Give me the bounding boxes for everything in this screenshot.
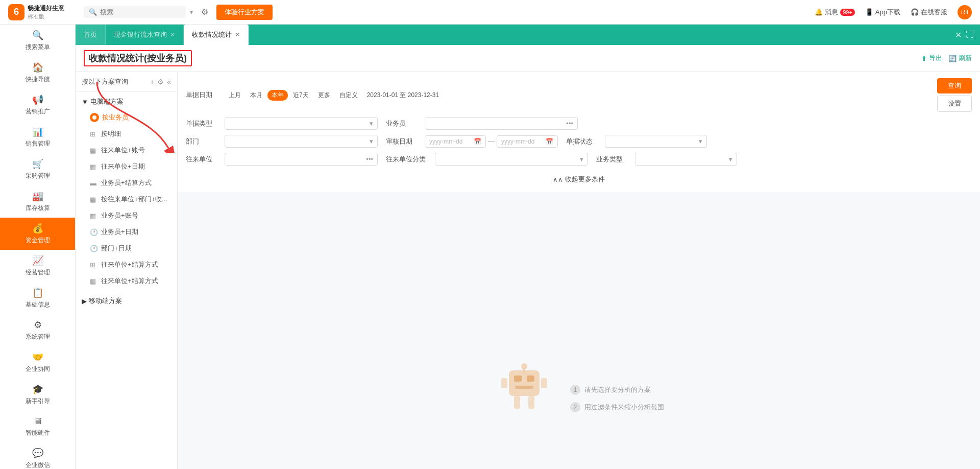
counterpart-category-select[interactable]: ▾ [435,153,588,166]
sidebar-item-basic[interactable]: 📋 基础信息 [0,282,75,314]
tab-collection-stats[interactable]: 收款情况统计 ✕ [184,25,249,45]
sidebar-item-quicknav[interactable]: 🏠 快捷导航 [0,57,75,89]
messages-button[interactable]: 🔔 消息 99+ [815,8,855,17]
sidebar-guide-label: 新手引导 [26,397,50,406]
search-icon: 🔍 [89,8,97,16]
scheme-item-partner-settlement-1[interactable]: ⊞ 往来单位+结算方式 [76,256,177,273]
sidebar-item-wechat[interactable]: 💬 企业微信 [0,442,75,469]
trial-button[interactable]: 体验行业方案 [216,5,273,20]
add-scheme-button[interactable]: + [150,78,154,86]
scheme-detail-label: 按明细 [101,129,121,138]
scheme-item-sales-settlement[interactable]: ▬ 业务员+结算方式 [76,175,177,191]
scheme-item-partner-account[interactable]: ▦ 往来单位+账号 [76,142,177,158]
scheme-item-salesperson[interactable]: 按业务员 [76,109,177,126]
tab-bank-flow[interactable]: 现金银行流水查询 ✕ [106,25,184,45]
date-tab-lastmonth[interactable]: 上月 [225,90,245,101]
biz-type-select[interactable]: ▾ [635,153,737,166]
inventory-icon: 🏭 [32,191,43,202]
svg-rect-2 [514,376,522,382]
content-area: 首页 现金银行流水查询 ✕ 收款情况统计 ✕ ✕ ⛶ 收款情况统计(按业务员) … [76,25,980,469]
date-tab-more[interactable]: 更多 [314,90,334,101]
system-icon: ⚙ [34,319,42,331]
sidebar-item-sales[interactable]: 📊 销售管理 [0,121,75,153]
scheme-item-dept-date[interactable]: 🕐 部门+日期 [76,240,177,256]
tab-home[interactable]: 首页 [76,25,106,45]
set-button[interactable]: 设置 [937,96,972,112]
scheme-item-detail[interactable]: ⊞ 按明细 [76,126,177,142]
sidebar-item-guide[interactable]: 🎓 新手引导 [0,379,75,411]
tab-bank-flow-close[interactable]: ✕ [170,31,175,38]
doc-status-chevron: ▾ [699,137,702,145]
filter-row-4: 往来单位 ••• 往来单位分类 ▾ 业务类型 ▾ [186,153,972,166]
header-search-box[interactable]: 🔍 [84,6,186,18]
date-tab-thismonth[interactable]: 本月 [246,90,266,101]
tab-maximize-icon[interactable]: ⛶ [966,30,974,39]
review-date-end-placeholder: yyyy-mm-dd [501,138,534,145]
scheme-item-partner-dept[interactable]: ▦ 按往来单位+部门+收... [76,191,177,207]
chevron-down-icon[interactable]: ▾ [190,9,193,16]
tab-collection-stats-label: 收款情况统计 [192,30,232,39]
sidebar-item-marketing[interactable]: 📢 营销推广 [0,89,75,121]
date-tab-thisyear[interactable]: 本年 [267,90,288,101]
empty-step-1: 1 请先选择要分析的方案 [570,383,664,396]
sales-icon: 📊 [32,126,43,137]
home-icon: 🏠 [32,62,43,73]
tab-close-all-icon[interactable]: ✕ [955,30,962,40]
page-header: 收款情况统计(按业务员) ⬆ 导出 🔄 刷新 [76,45,980,72]
svg-rect-5 [501,378,507,388]
doc-status-select[interactable]: ▾ [605,135,707,148]
mobile-group-title[interactable]: ▶ 移动端方案 [76,293,177,309]
logo-area: 6 畅捷通好生意 标准版 [8,4,84,20]
scheme-partner-settlement-1-label: 往来单位+结算方式 [101,260,158,269]
scheme-partner-settlement-2-label: 往来单位+结算方式 [101,276,158,286]
counterpart-category-label: 往来单位分类 [386,155,427,164]
search-input[interactable] [100,8,172,16]
sidebar-item-finance[interactable]: 💰 资金管理 [0,218,75,250]
refresh-button[interactable]: 🔄 刷新 [948,54,972,63]
counterpart-select[interactable]: ••• [225,153,378,166]
sidebar-item-purchase[interactable]: 🛒 采购管理 [0,153,75,185]
left-panel-title: 按以下方案查询 [82,77,128,86]
sidebar-item-search[interactable]: 🔍 搜索菜单 [0,25,75,57]
scheme-settings-icon[interactable]: ⚙ [157,78,164,86]
scheme-item-sales-date[interactable]: 🕐 业务员+日期 [76,224,177,240]
review-date-end[interactable]: yyyy-mm-dd 📅 [497,135,558,148]
sidebar-item-system[interactable]: ⚙ 系统管理 [0,314,75,346]
desktop-group-title[interactable]: ▼ 电脑端方案 [76,94,177,109]
collapse-filter-button[interactable]: ∧∧ 收起更多条件 [186,171,972,188]
salesperson-label: 业务员 [386,119,416,128]
clock-icon-1: 🕐 [90,228,98,236]
collapse-panel-icon[interactable]: « [167,78,171,86]
date-range-text: 2023-01-01 至 2023-12-31 [367,91,439,100]
dept-select[interactable]: ▾ [225,135,378,148]
sidebar-finance-label: 资金管理 [26,236,50,245]
online-service-button[interactable]: 🎧 在线客服 [911,8,947,17]
tab-collection-stats-close[interactable]: ✕ [235,31,240,38]
scheme-item-partner-date[interactable]: ▦ 往来单位+日期 [76,158,177,175]
scheme-partner-account-label: 往来单位+账号 [101,146,145,155]
export-button[interactable]: ⬆ 导出 [921,54,942,63]
sidebar-item-enterprise[interactable]: 🤝 企业协同 [0,346,75,379]
avatar[interactable]: Rit [958,5,972,19]
export-label: 导出 [929,54,942,63]
doc-type-label: 单据类型 [186,119,216,128]
table-icon-1: ▦ [90,147,98,154]
refresh-icon: 🔄 [948,55,957,62]
date-tabs: 上月 本月 本年 近7天 更多 自定义 2023-01-01 至 2023-12… [225,90,439,101]
review-date-start[interactable]: yyyy-mm-dd 📅 [425,135,486,148]
enterprise-icon: 🤝 [32,351,43,363]
date-tab-last7days[interactable]: 近7天 [289,90,313,101]
svg-rect-4 [515,386,533,389]
date-tab-custom[interactable]: 自定义 [335,90,362,101]
sidebar-item-inventory[interactable]: 🏭 库存核算 [0,185,75,218]
doc-type-select[interactable]: ▾ [225,117,378,130]
salesperson-select[interactable]: ••• [425,117,578,130]
query-button[interactable]: 查询 [937,78,972,93]
sidebar-item-operations[interactable]: 📈 经营管理 [0,250,75,282]
scheme-item-partner-settlement-2[interactable]: ▦ 往来单位+结算方式 [76,273,177,289]
scheme-item-sales-account[interactable]: ▦ 业务员+账号 [76,207,177,224]
app-download-button[interactable]: 📱 App下载 [865,8,900,17]
sidebar-item-hardware[interactable]: 🖥 智能硬件 [0,411,75,442]
sidebar-purchase-label: 采购管理 [26,172,50,180]
gear-icon[interactable]: ⚙ [197,5,212,20]
